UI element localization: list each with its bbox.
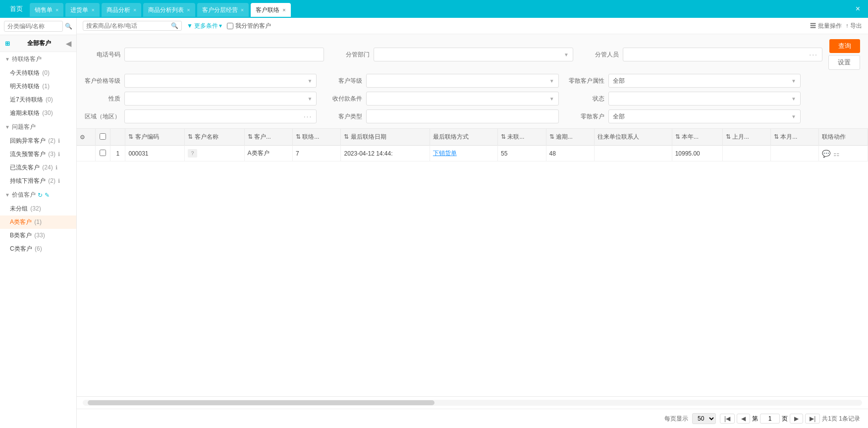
page-next-btn[interactable]: ▶ (790, 414, 803, 424)
info-icon-3[interactable]: ℹ (58, 178, 60, 184)
sidebar-all-customers-header[interactable]: ⊞ 全部客户 ◀ (0, 35, 76, 52)
sidebar-item-churn-warning[interactable]: 流失预警客户 (3) ℹ (0, 148, 76, 161)
query-button[interactable]: 查询 (829, 39, 860, 53)
filter-input-phone[interactable] (124, 48, 324, 61)
sidebar-item-ungrouped[interactable]: 未分组 (32) (0, 202, 76, 215)
nav-tab-sales-close[interactable]: × (55, 7, 58, 13)
sidebar-collapse-btn[interactable]: ◀ (66, 40, 71, 48)
h-scrollbar[interactable] (83, 400, 862, 406)
sidebar-item-repurchase-abnormal[interactable]: 回购异常客户 (2) ℹ (0, 134, 76, 148)
my-customer-checkbox-wrap[interactable]: 我分管的客户 (227, 22, 271, 30)
filter-select-nature[interactable]: ▼ (124, 92, 317, 106)
nav-tab-analysis[interactable]: 商品分析 × (102, 3, 141, 17)
nav-tab-purchase[interactable]: 进货单 × (65, 3, 99, 17)
filter-row-4: 区域（地区） ··· 客户类型 零散客户 全部 ▼ (85, 109, 860, 123)
filter-select-retail-attr[interactable]: 全部 ▼ (608, 74, 801, 88)
sidebar-item-class-b[interactable]: B类客户 (33) (0, 229, 76, 242)
filter-select-status[interactable]: ▼ (608, 92, 801, 106)
per-page-select[interactable]: 50 (692, 413, 716, 424)
problem-group-label: 问题客户 (12, 123, 36, 131)
nav-tab-analysis-close[interactable]: × (133, 7, 136, 13)
value-group-refresh-icon[interactable]: ↻ (38, 192, 43, 199)
sidebar-item-today-count: (0) (42, 69, 50, 76)
action-phone-icon[interactable]: ⚏ (833, 150, 840, 158)
filter-input-customer-type[interactable] (366, 109, 558, 123)
nav-tab-customer-contact[interactable]: 客户联络 × (251, 3, 290, 17)
last-method-link[interactable]: 下销货单 (433, 150, 457, 157)
more-filters-btn[interactable]: ▼ 更多条件 ▾ (187, 22, 222, 30)
nav-home[interactable]: 首页 (4, 0, 29, 18)
sidebar-group-value[interactable]: ▼ 价值客户 ↻ ✎ (0, 188, 76, 202)
toolbar-right: ☰ 批量操作 ↑ 导出 (810, 22, 862, 30)
search-input[interactable] (86, 22, 171, 29)
pagination: |◀ ◀ 第 页 ▶ ▶| 共1页 1条记录 (720, 414, 860, 424)
dept-arrow-icon: ▼ (564, 52, 569, 57)
filter-select-retail-value: 全部 (613, 112, 625, 121)
filter-row-1: 电话号码 分管部门 ▼ 分管人员 ··· (85, 39, 860, 70)
nav-tab-analysis-list[interactable]: 商品分析列表 × (143, 3, 195, 17)
name-tag: ？ (188, 149, 197, 158)
nav-tab-purchase-close[interactable]: × (91, 7, 94, 13)
select-all-checkbox[interactable] (100, 133, 106, 140)
sidebar-item-today[interactable]: 今天待联络 (0) (0, 66, 76, 80)
page-first-btn[interactable]: |◀ (720, 414, 735, 424)
info-icon-2[interactable]: ℹ (55, 164, 57, 170)
sidebar-search-icon[interactable]: 🔍 (65, 23, 72, 30)
nav-tab-customer-contact-close[interactable]: × (282, 7, 285, 13)
settings-button[interactable]: 设置 (828, 55, 860, 70)
page-prev-btn[interactable]: ◀ (737, 414, 750, 424)
batch-ops-btn[interactable]: ☰ 批量操作 (810, 22, 841, 30)
info-icon-0[interactable]: ℹ (58, 138, 60, 144)
row-checkbox-cell (96, 146, 110, 161)
nav-tab-customer-tier[interactable]: 客户分层经营 × (197, 3, 249, 17)
filter-field-customer-grade: 客户等级 ▼ (326, 74, 558, 88)
filter-select-dept[interactable]: ▼ (374, 48, 573, 61)
filter-select-price-grade[interactable]: ▼ (124, 74, 317, 88)
sidebar-item-7days[interactable]: 近7天待联络 (0) (0, 93, 76, 107)
col-unit-contact: 往来单位联系人 (595, 129, 672, 146)
filter-select-payment[interactable]: ▼ (366, 92, 558, 106)
nav-tab-sales[interactable]: 销售单 × (30, 3, 63, 17)
my-customer-checkbox[interactable] (227, 23, 233, 29)
page-input[interactable] (760, 414, 780, 424)
sidebar-item-overdue[interactable]: 逾期未联络 (30) (0, 107, 76, 120)
export-btn[interactable]: ↑ 导出 (846, 22, 862, 30)
sidebar-item-7days-count: (0) (46, 96, 53, 103)
nav-tab-analysis-list-close[interactable]: × (187, 7, 190, 13)
value-group-edit-icon[interactable]: ✎ (45, 192, 50, 199)
sidebar-search-input[interactable] (4, 21, 63, 32)
page-end-label: 页 (782, 415, 788, 423)
filter-input-region[interactable]: ··· (124, 109, 317, 123)
sidebar-item-tomorrow[interactable]: 明天待联络 (1) (0, 80, 76, 93)
sidebar-item-class-a-count: (1) (34, 218, 42, 225)
window-close-button[interactable]: × (852, 4, 864, 13)
filter-label-status: 状态 (569, 95, 608, 103)
col-index (110, 129, 125, 146)
page-last-btn[interactable]: ▶| (805, 414, 820, 424)
info-icon-1[interactable]: ℹ (58, 151, 60, 157)
filter-select-retail-attr-value: 全部 (613, 77, 625, 85)
sidebar-group-problem[interactable]: ▼ 问题客户 (0, 120, 76, 134)
sidebar-group-pending[interactable]: ▼ 待联络客户 (0, 52, 76, 66)
h-scrollbar-thumb[interactable] (88, 400, 434, 405)
col-settings[interactable]: ⚙ (77, 129, 96, 146)
filter-select-customer-grade[interactable]: ▼ (366, 74, 558, 88)
sidebar-item-declining[interactable]: 持续下滑客户 (2) ℹ (0, 174, 76, 188)
filter-select-retail[interactable]: 全部 ▼ (608, 109, 801, 123)
nav-tab-purchase-label: 进货单 (70, 6, 88, 14)
per-page-label: 每页显示 (664, 415, 688, 423)
sidebar-item-7days-label: 近7天待联络 (10, 96, 43, 103)
action-message-icon[interactable]: 💬 (822, 150, 830, 158)
row-checkbox[interactable] (100, 150, 106, 156)
sidebar-item-overdue-count: (30) (42, 109, 53, 116)
sidebar-item-churn-warning-label: 流失预警客户 (10, 151, 46, 158)
sidebar-item-class-a[interactable]: A类客户 (1) (0, 215, 76, 229)
nav-tab-customer-tier-label: 客户分层经营 (202, 6, 238, 14)
sidebar-item-class-c[interactable]: C类客户 (6) (0, 242, 76, 256)
nav-tab-customer-tier-close[interactable]: × (241, 7, 244, 13)
search-icon[interactable]: 🔍 (171, 22, 178, 29)
nav-tab-analysis-label: 商品分析 (107, 6, 130, 14)
filter-input-person[interactable]: ··· (623, 48, 822, 61)
filter-label-price-grade: 客户价格等级 (85, 77, 124, 85)
sidebar-item-churned[interactable]: 已流失客户 (24) ℹ (0, 161, 76, 174)
